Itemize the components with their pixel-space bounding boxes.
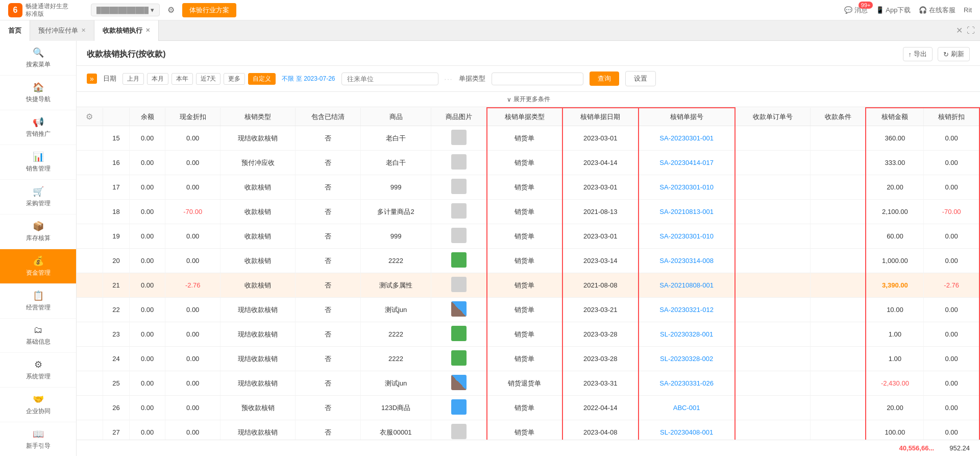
cell-cancel-bill-type: 销货单: [487, 249, 562, 273]
cancel-bill-no-link[interactable]: SA-20230314-008: [659, 257, 714, 265]
expand-arrow-icon: ∨: [507, 96, 511, 103]
cell-seq: 25: [103, 371, 130, 396]
date-filter-label: 日期: [103, 74, 116, 83]
top-bar-center: ████████████ ▾ ⚙ 体验行业方案: [91, 3, 838, 17]
query-button[interactable]: 查询: [590, 71, 619, 86]
cell-receipt-condition: [810, 273, 866, 298]
sidebar-item-basic[interactable]: 🗂 基础信息: [0, 319, 76, 353]
cell-product: 老白干: [360, 151, 431, 175]
cancel-bill-no-link[interactable]: SA-20230301-001: [659, 134, 714, 142]
sidebar-item-system[interactable]: ⚙ 系统管理: [0, 353, 76, 388]
cell-product-image: [431, 420, 487, 440]
collapse-button[interactable]: »: [87, 74, 97, 84]
th-product-image: 商品图片: [431, 108, 487, 126]
export-button[interactable]: ↑ 导出: [903, 47, 933, 61]
th-settings[interactable]: ⚙: [77, 108, 103, 126]
sidebar-item-purchase[interactable]: 🛒 采购管理: [0, 180, 76, 214]
sidebar-item-sales[interactable]: 📊 销售管理: [0, 145, 76, 180]
tab-receipt[interactable]: 收款核销执行 ✕: [94, 20, 159, 41]
sidebar-item-guide[interactable]: 📖 新手引导: [0, 422, 76, 456]
more-btn[interactable]: 更多: [224, 73, 245, 85]
cell-receipt-condition: [810, 175, 866, 200]
table-row: 25 0.00 0.00 现结收款核销 否 测试jun 销货退货单 2023-0…: [77, 371, 979, 396]
notification-bell[interactable]: 💬 消息 99+: [844, 6, 868, 15]
cancel-bill-no-link[interactable]: SA-20230301-010: [659, 232, 714, 240]
table-row: 21 0.00 -2.76 收款核销 否 测试多属性 销货单 2021-08-0…: [77, 273, 979, 298]
cell-settings: [77, 126, 103, 151]
cell-receipt-condition: [810, 224, 866, 249]
cancel-bill-no-link[interactable]: SA-20230331-026: [659, 379, 714, 387]
bill-type-select[interactable]: [492, 73, 583, 85]
sidebar-item-finance[interactable]: 💰 资金管理: [0, 249, 76, 284]
cell-include-settled: 否: [296, 298, 361, 322]
sidebar-label-sales: 销售管理: [26, 164, 51, 173]
tab-prepay[interactable]: 预付冲应付单 ✕: [30, 20, 94, 41]
cell-cancel-discount: 0.00: [924, 396, 979, 420]
cell-cancel-type: 现结收款核销: [220, 371, 296, 396]
last-month-btn[interactable]: 上月: [122, 73, 144, 85]
cell-seq: 22: [103, 298, 130, 322]
cancel-bill-no-link[interactable]: SA-20230414-017: [659, 159, 714, 166]
cell-include-settled: 否: [296, 200, 361, 224]
tab-home[interactable]: 首页: [0, 20, 30, 41]
cancel-bill-no-link[interactable]: SL-20230328-001: [660, 330, 713, 338]
close-tab-receipt[interactable]: ✕: [145, 27, 150, 34]
cell-cancel-discount: 0.00: [924, 298, 979, 322]
th-cancel-bill-no: 核销单据号: [639, 108, 735, 126]
cell-cancel-bill-type: 销货单: [487, 347, 562, 371]
cell-product: 测试多属性: [360, 273, 431, 298]
th-cancel-amount: 核销金额: [866, 108, 923, 126]
cell-receipt-order-no: [735, 224, 811, 249]
cancel-bill-no-link[interactable]: SA-20210808-001: [659, 281, 714, 289]
cell-cancel-bill-no: SA-20210813-001: [639, 200, 735, 224]
cancel-bill-no-link[interactable]: ABC-001: [673, 404, 700, 412]
sidebar-label-nav: 快捷导航: [26, 95, 51, 104]
close-all-tabs[interactable]: ✕: [956, 26, 963, 35]
footer-total-amount: 40,556,66...: [899, 444, 935, 452]
sidebar-item-nav[interactable]: 🏠 快捷导航: [0, 76, 76, 110]
th-balance: 余额: [130, 108, 165, 126]
gear-button[interactable]: ⚙: [164, 3, 178, 17]
this-month-btn[interactable]: 本月: [147, 73, 168, 85]
online-support[interactable]: 🎧 在线客服: [919, 6, 955, 15]
cell-cancel-bill-type: 销货单: [487, 200, 562, 224]
cell-cancel-type: 现结收款核销: [220, 347, 296, 371]
cell-cancel-bill-date: 2023-03-01: [562, 175, 638, 200]
company-selector[interactable]: ████████████ ▾: [91, 4, 160, 16]
filter-dots: ···: [445, 75, 453, 83]
cancel-bill-no-link[interactable]: SA-20210813-001: [659, 208, 714, 215]
th-cancel-discount: 核销折扣: [924, 108, 979, 126]
cell-product: 123D商品: [360, 396, 431, 420]
sidebar-item-collab[interactable]: 🤝 企业协同: [0, 388, 76, 422]
app-download[interactable]: 📱 App下载: [876, 6, 911, 15]
sidebar-item-marketing[interactable]: 📢 营销推广: [0, 110, 76, 145]
cell-balance: 0.00: [130, 200, 165, 224]
cancel-bill-no-link[interactable]: SL-20230408-001: [660, 428, 713, 436]
expand-conditions[interactable]: ∨ 展开更多条件: [77, 92, 980, 107]
cell-receipt-condition: [810, 126, 866, 151]
cell-balance: 0.00: [130, 420, 165, 440]
sidebar-item-search[interactable]: 🔍 搜索菜单: [0, 41, 76, 76]
last-7days-btn[interactable]: 近7天: [196, 73, 221, 85]
close-tab-prepay[interactable]: ✕: [81, 27, 86, 34]
settings-button[interactable]: 设置: [625, 71, 656, 86]
sidebar-item-inventory[interactable]: 📦 库存核算: [0, 214, 76, 249]
cell-cash-discount: 0.00: [165, 396, 220, 420]
maximize-tab[interactable]: ⛶: [967, 26, 975, 35]
cell-balance: 0.00: [130, 273, 165, 298]
custom-btn[interactable]: 自定义: [248, 73, 276, 85]
partner-input[interactable]: [341, 73, 438, 85]
user-name[interactable]: Rit: [964, 6, 972, 14]
this-year-btn[interactable]: 本年: [172, 73, 193, 85]
sidebar-item-management[interactable]: 📋 经营管理: [0, 284, 76, 319]
trial-button[interactable]: 体验行业方案: [182, 3, 236, 17]
cell-cancel-bill-date: 2023-03-28: [562, 322, 638, 347]
cancel-bill-no-link[interactable]: SL-20230328-002: [660, 355, 713, 363]
refresh-button[interactable]: ↻ 刷新: [938, 47, 970, 61]
cancel-bill-no-link[interactable]: SA-20230301-010: [659, 183, 714, 191]
cancel-bill-no-link[interactable]: SA-20230321-012: [659, 306, 714, 314]
cell-settings: [77, 396, 103, 420]
cell-cancel-discount: 0.00: [924, 371, 979, 396]
cell-cancel-type: 现结收款核销: [220, 298, 296, 322]
cell-cash-discount: 0.00: [165, 126, 220, 151]
